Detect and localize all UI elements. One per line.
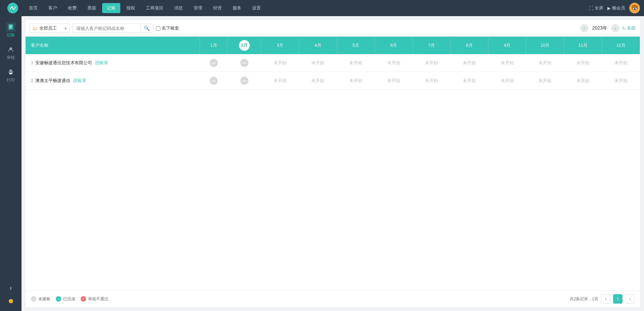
sidebar-label-print: 打印 <box>7 77 15 83</box>
nav-service[interactable]: 服务 <box>228 3 246 13</box>
nav-settings[interactable]: 设置 <box>247 3 266 13</box>
employee-icon: 🗂 <box>33 26 37 31</box>
legend-label-rejected: 审核不通过 <box>88 296 108 302</box>
nav-items: 首页 客户 收费 票据 记账 报税 工商项目 消息 管理 经营 服务 设置 <box>24 3 589 13</box>
refresh-label: 刷新 <box>627 25 636 31</box>
nav-invoice[interactable]: 票据 <box>83 3 101 13</box>
accounting-icon <box>6 22 15 32</box>
next-year-button[interactable]: › <box>611 24 619 32</box>
dash-icon: — <box>240 77 248 85</box>
svg-rect-3 <box>9 27 12 28</box>
nav-message[interactable]: 消息 <box>169 3 188 13</box>
legend-completed: ✓ 已完成 <box>56 296 75 302</box>
support-icon: 😊 <box>8 299 13 304</box>
prev-year-button[interactable]: ‹ <box>580 24 588 32</box>
cell-m8: 未开始 <box>450 54 488 72</box>
cell-m7: 未开始 <box>413 72 451 90</box>
sidebar-item-review[interactable]: 审核 <box>0 41 22 64</box>
table-row: 2澳澳太平畅捷通信进账簿——未开始未开始未开始未开始未开始未开始未开始未开始未开… <box>26 72 640 90</box>
nav-home[interactable]: 首页 <box>24 3 42 13</box>
nav-customer[interactable]: 客户 <box>44 3 62 13</box>
refresh-button[interactable]: ↻ 刷新 <box>622 25 636 31</box>
nav-right: ⛶ 全屏 ▶ 畅会员 🐯 <box>589 3 640 13</box>
chevron-down-icon: ▾ <box>65 26 67 31</box>
main-layout: 记账 审核 打印 ⬇ <box>0 16 644 311</box>
download-icon: ⬇ <box>9 286 12 291</box>
legend-dot-teal: ✓ <box>56 296 61 302</box>
page-1-button[interactable]: 1 <box>613 294 622 304</box>
sidebar-bottom: ⬇ 😊 <box>0 283 22 311</box>
not-started-text: 未开始 <box>501 78 514 83</box>
next-page-button[interactable]: › <box>625 294 635 304</box>
dash-icon: — <box>210 59 218 67</box>
sidebar-item-accounting[interactable]: 记账 <box>0 19 22 41</box>
checkbox-label: 名下账套 <box>162 25 179 31</box>
not-started-text: 未开始 <box>576 60 590 65</box>
cell-m11: 未开始 <box>564 72 602 90</box>
jinzhang-link[interactable]: 进账簿 <box>95 60 108 65</box>
nav-operate[interactable]: 经营 <box>208 3 227 13</box>
checkbox-wrap[interactable]: 名下账套 <box>156 25 179 31</box>
nav-tax[interactable]: 报税 <box>122 3 140 13</box>
col-header-m2: 2月 <box>228 37 261 54</box>
not-started-text: 未开始 <box>463 60 476 65</box>
not-started-text: 未开始 <box>425 78 438 83</box>
cell-m5: 未开始 <box>337 72 375 90</box>
col-header-m10: 10月 <box>526 37 564 54</box>
table-wrap: 客户名称 1月 2月 3月 4月 5月 6月 7月 <box>26 37 640 290</box>
vip-label: 畅会员 <box>612 5 625 11</box>
print-icon <box>6 67 15 77</box>
cell-m2: — <box>228 72 261 90</box>
toolbar: 🗂 全部员工 ▾ 🔍 名下账套 ‹ 2023年 › <box>26 20 640 37</box>
sidebar: 记账 审核 打印 ⬇ <box>0 16 22 311</box>
fullscreen-button[interactable]: ⛶ 全屏 <box>589 5 603 11</box>
avatar[interactable]: 🐯 <box>629 3 640 13</box>
col-header-m3: 3月 <box>261 37 299 54</box>
sidebar-item-print[interactable]: 打印 <box>0 64 22 86</box>
cell-m12: 未开始 <box>602 54 640 72</box>
nav-accounting[interactable]: 记账 <box>102 3 120 13</box>
col-header-m8: 8月 <box>450 37 488 54</box>
name-filter-checkbox[interactable] <box>156 26 160 31</box>
cell-m6: 未开始 <box>375 72 413 90</box>
active-month-circle: 2月 <box>239 40 250 51</box>
not-started-text: 未开始 <box>349 78 362 83</box>
col-header-m5: 5月 <box>337 37 375 54</box>
svg-rect-8 <box>9 73 12 74</box>
row-number: 1 <box>31 60 33 65</box>
col-header-m7: 7月 <box>413 37 451 54</box>
not-started-text: 未开始 <box>576 78 590 83</box>
vip-button[interactable]: ▶ 畅会员 <box>607 5 625 11</box>
content-inner: 🗂 全部员工 ▾ 🔍 名下账套 ‹ 2023年 › <box>26 20 640 307</box>
nav-manage[interactable]: 管理 <box>189 3 207 13</box>
cell-m5: 未开始 <box>337 54 375 72</box>
not-started-text: 未开始 <box>538 60 552 65</box>
sidebar-support[interactable]: 😊 <box>0 296 22 307</box>
legend-not-started: — 未建账 <box>31 296 50 302</box>
cell-m3: 未开始 <box>261 72 299 90</box>
employee-select[interactable]: 🗂 全部员工 ▾ <box>30 24 70 33</box>
jinzhang-link[interactable]: 进账簿 <box>73 78 86 83</box>
prev-page-button[interactable]: ‹ <box>601 294 610 304</box>
cell-m10: 未开始 <box>526 54 564 72</box>
not-started-text: 未开始 <box>311 78 324 83</box>
nav-charge[interactable]: 收费 <box>63 3 81 13</box>
nav-business[interactable]: 工商项目 <box>141 3 168 13</box>
col-header-name: 客户名称 <box>26 37 200 54</box>
cell-m6: 未开始 <box>375 54 413 72</box>
search-button[interactable]: 🔍 <box>140 24 153 33</box>
cell-m9: 未开始 <box>488 54 526 72</box>
sidebar-download[interactable]: ⬇ <box>0 283 22 294</box>
row-number: 2 <box>31 78 33 83</box>
top-nav: 首页 客户 收费 票据 记账 报税 工商项目 消息 管理 经营 服务 设置 ⛶ … <box>0 0 644 16</box>
legend-dot-red: ✕ <box>81 296 86 302</box>
col-header-m6: 6月 <box>375 37 413 54</box>
search-input-wrap: 🔍 <box>73 24 153 33</box>
search-input[interactable] <box>73 24 140 33</box>
legend-label-completed: 已完成 <box>63 296 75 302</box>
col-header-m4: 4月 <box>299 37 337 54</box>
not-started-text: 未开始 <box>274 60 287 65</box>
not-started-text: 未开始 <box>614 78 628 83</box>
company-name: 安徽畅捷通信息技术有限公司 <box>35 60 92 65</box>
employee-label: 全部员工 <box>39 25 57 31</box>
